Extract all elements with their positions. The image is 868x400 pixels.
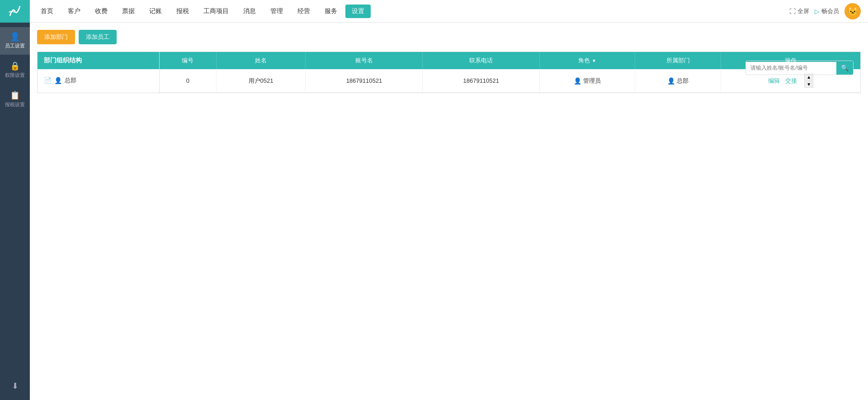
tree-body: 📄 👤 总部 [38,69,159,92]
dept-user-icon: 👤 [667,77,675,85]
fullscreen-icon: ⛶ [789,8,796,15]
search-bar: 🔍 [745,61,854,75]
col-account: 账号名 [306,52,423,69]
content-area: 添加部门 添加员工 🔍 部门组织结构 📄 [30,23,868,400]
dept-label: 总部 [677,77,689,85]
cell-dept: 👤 总部 [635,69,721,93]
sidebar: 👤 员工设置 🔒 权限设置 📋 报税设置 ⬇ [0,23,30,400]
scroll-down-btn[interactable]: ▼ [804,81,813,88]
col-role: 角色 ▼ [540,52,635,69]
table-layout: 部门组织结构 📄 👤 总部 编号 [37,52,861,93]
sidebar-bottom: ⬇ [0,376,30,400]
sidebar-label-tax: 报税设置 [5,101,25,108]
vip-icon: ▷ [815,8,820,15]
role-filter-icon[interactable]: ▼ [592,58,596,63]
permission-icon: 🔒 [10,62,20,70]
nav-manage[interactable]: 管理 [264,5,289,18]
download-icon: ⬇ [12,382,19,390]
add-dept-button[interactable]: 添加部门 [37,30,75,44]
nav-message[interactable]: 消息 [237,5,262,18]
col-phone: 联系电话 [423,52,540,69]
nav-customer[interactable]: 客户 [61,5,87,18]
sidebar-label-employee: 员工设置 [5,42,25,49]
tree-item-label: 总部 [65,76,76,85]
edit-link[interactable]: 编辑 [768,77,780,85]
fullscreen-btn[interactable]: ⛶ 全屏 [789,7,809,15]
nav-settings[interactable]: 设置 [345,5,371,18]
tree-header: 部门组织结构 [38,52,159,69]
nav-bill[interactable]: 票据 [116,5,141,18]
sidebar-label-permission: 权限设置 [5,72,25,79]
nav-right: ⛶ 全屏 ▷ 畅会员 🐱 [789,3,868,19]
employee-icon: 👤 [10,33,20,41]
cell-account: 18679110521 [306,69,423,93]
cell-name: 用户0521 [216,69,306,93]
search-input[interactable] [746,62,836,74]
role-label: 管理员 [583,77,601,85]
transfer-link[interactable]: 交接 [785,77,797,85]
tree-panel: 部门组织结构 📄 👤 总部 [38,52,160,93]
col-id: 编号 [160,52,216,69]
nav-service[interactable]: 服务 [318,5,344,18]
file-icon: 📄 [44,77,52,84]
vip-btn[interactable]: ▷ 畅会员 [815,7,839,15]
sidebar-item-permission[interactable]: 🔒 权限设置 [0,56,30,84]
content-wrapper: 添加部门 添加员工 🔍 部门组织结构 📄 [37,30,861,93]
col-dept: 所属部门 [635,52,721,69]
top-nav: 首页 客户 收费 票据 记账 报税 工商项目 消息 管理 经营 服务 设置 ⛶ … [0,0,868,23]
add-employee-button[interactable]: 添加员工 [79,30,117,44]
nav-tax[interactable]: 报税 [170,5,195,18]
vip-label: 畅会员 [821,7,839,15]
nav-operation[interactable]: 经营 [291,5,316,18]
logo [0,0,30,23]
col-name: 姓名 [216,52,306,69]
tax-settings-icon: 📋 [10,91,20,99]
tree-item-headquarters[interactable]: 📄 👤 总部 [42,74,155,87]
nav-account[interactable]: 记账 [143,5,168,18]
cell-role: 👤 管理员 [540,69,635,93]
nav-fee[interactable]: 收费 [89,5,114,18]
nav-items: 首页 客户 收费 票据 记账 报税 工商项目 消息 管理 经营 服务 设置 [30,5,789,18]
sidebar-download[interactable]: ⬇ [0,376,30,395]
avatar[interactable]: 🐱 [844,3,861,19]
search-button[interactable]: 🔍 [836,61,853,75]
nav-business[interactable]: 工商项目 [197,5,235,18]
fullscreen-label: 全屏 [797,7,809,15]
cell-phone: 18679110521 [423,69,540,93]
toolbar: 添加部门 添加员工 🔍 [37,30,861,44]
nav-home[interactable]: 首页 [34,5,60,18]
search-icon: 🔍 [841,64,849,71]
tree-user-icon: 👤 [54,77,62,84]
sidebar-item-tax-settings[interactable]: 📋 报税设置 [0,86,30,113]
cell-id: 0 [160,69,216,93]
sidebar-item-employee[interactable]: 👤 员工设置 [0,27,30,55]
main-layout: 👤 员工设置 🔒 权限设置 📋 报税设置 ⬇ 添加部门 添加员工 [0,23,868,400]
role-user-icon: 👤 [574,77,581,85]
